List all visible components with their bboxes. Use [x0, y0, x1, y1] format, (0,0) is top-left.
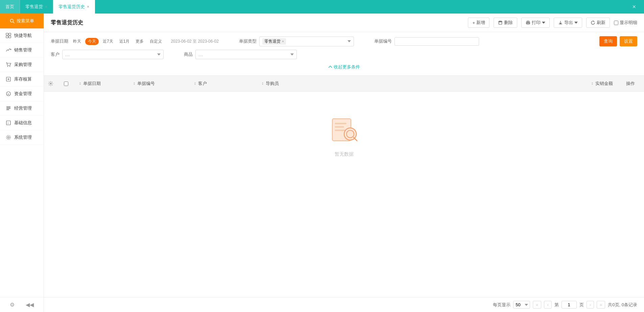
collapse-sidebar-icon[interactable]: ◀◀: [26, 302, 34, 308]
bill-no-input[interactable]: [395, 37, 479, 46]
pagination-prev[interactable]: ‹: [544, 301, 551, 309]
tab-retail-return-history[interactable]: 零售退货历史 ×: [53, 0, 95, 14]
page-title: 零售退货历史: [51, 19, 83, 26]
sidebar-item-basic-info[interactable]: i 基础信息: [0, 116, 44, 130]
export-button[interactable]: 导出: [554, 18, 582, 28]
purchase-mgmt-icon: [5, 62, 11, 68]
quick-nav-icon: [5, 32, 11, 39]
new-button[interactable]: + 新增: [468, 18, 490, 28]
sidebar-item-quick-nav[interactable]: 快捷导航: [0, 28, 44, 43]
settings-bottom-icon[interactable]: ⚙: [10, 302, 15, 308]
tab-retail-return-close[interactable]: ×: [45, 4, 47, 9]
empty-state: 暂无数据: [44, 92, 644, 178]
bill-type-filter-item: 单据类型 零售退货 ×: [239, 37, 354, 46]
query-button[interactable]: 查询: [599, 36, 617, 46]
svg-point-7: [7, 66, 8, 67]
filter-collapse-button[interactable]: 收起更多条件: [51, 63, 637, 71]
date-btn-custom[interactable]: 自定义: [148, 38, 164, 45]
print-dropdown-icon: [542, 22, 545, 24]
svg-rect-5: [9, 36, 11, 38]
total-info: 共0页, 0条记录: [608, 302, 637, 308]
goods-filter-item: 商品 ...: [184, 50, 297, 59]
th-settings[interactable]: [44, 79, 57, 88]
bill-type-tag-label: 零售退货: [264, 39, 281, 44]
pagination-last[interactable]: »: [597, 301, 605, 309]
operations-label: 经营管理: [14, 105, 32, 111]
sidebar-item-purchase-mgmt[interactable]: 采购管理: [0, 58, 44, 72]
th-guide[interactable]: 导购员: [257, 79, 308, 89]
th-amount-label: 实销金额: [595, 81, 613, 87]
date-btn-7days[interactable]: 近7天: [101, 38, 115, 45]
empty-icon: [327, 112, 361, 146]
customer-placeholder: ...: [65, 51, 70, 58]
tab-retail-return[interactable]: 零售退货 ×: [20, 0, 53, 14]
svg-point-8: [9, 66, 10, 67]
tab-retail-return-history-label: 零售退货历史: [58, 4, 85, 10]
bill-type-tag-close[interactable]: ×: [282, 39, 284, 43]
app-close-button[interactable]: ×: [629, 3, 639, 10]
select-all-checkbox[interactable]: [64, 82, 68, 86]
sidebar-item-inventory[interactable]: 库存核算: [0, 72, 44, 87]
date-btn-more[interactable]: 更多: [134, 38, 146, 45]
sidebar-item-sales-mgmt[interactable]: 销售管理: [0, 43, 44, 58]
th-checkbox[interactable]: [57, 80, 74, 88]
svg-text:i: i: [8, 121, 8, 125]
pagination-next[interactable]: ›: [587, 301, 594, 309]
show-detail-checkbox[interactable]: [614, 21, 618, 25]
operations-icon: [5, 105, 11, 111]
inventory-icon: [5, 76, 11, 82]
th-amount[interactable]: 实销金额: [308, 79, 617, 89]
th-bill-no[interactable]: 单据编号: [128, 79, 189, 89]
system-mgmt-icon: [5, 134, 11, 140]
show-detail-checkbox-label[interactable]: 显示明细: [614, 20, 637, 26]
new-icon: +: [472, 20, 475, 25]
inventory-label: 库存核算: [14, 76, 32, 82]
per-page-select[interactable]: 50 10 20 100: [513, 301, 530, 309]
tab-retail-return-history-close[interactable]: ×: [87, 4, 89, 9]
svg-rect-27: [335, 126, 344, 128]
empty-text: 暂无数据: [335, 151, 354, 157]
sales-mgmt-label: 销售管理: [14, 47, 32, 53]
th-date[interactable]: 单据日期: [74, 79, 128, 89]
bill-no-filter-item: 单据编号: [374, 37, 479, 46]
date-btn-today[interactable]: 今天: [85, 38, 99, 45]
tab-bar: 首页 零售退货 × 零售退货历史 ×: [0, 0, 629, 14]
page-number-input[interactable]: [562, 301, 577, 309]
main-layout: 搜索菜单 快捷导航 销售管理: [0, 14, 644, 312]
svg-rect-20: [499, 22, 502, 24]
svg-point-24: [50, 83, 51, 84]
th-date-label: 单据日期: [83, 81, 101, 87]
bill-type-tag: 零售退货 ×: [262, 38, 286, 45]
svg-rect-26: [335, 123, 347, 124]
goods-placeholder: ...: [198, 51, 203, 58]
search-menu-button[interactable]: 搜索菜单: [0, 14, 44, 28]
collapse-icon: [328, 66, 332, 68]
tab-home[interactable]: 首页: [0, 0, 20, 14]
finance-icon: ¥: [5, 91, 11, 97]
purchase-mgmt-label: 采购管理: [14, 62, 32, 68]
settings-button[interactable]: 设置: [620, 36, 637, 46]
toolbar: + 新增 删除 打印: [468, 18, 637, 28]
th-customer[interactable]: 客户: [189, 79, 257, 89]
th-operation: 操作: [617, 79, 644, 89]
pagination-first[interactable]: «: [533, 301, 541, 309]
settings-icon[interactable]: [48, 81, 53, 86]
sidebar-item-operations[interactable]: 经营管理: [0, 101, 44, 116]
filter-row-2: 客户 ... 商品 ...: [51, 50, 637, 59]
bill-type-select[interactable]: 零售退货 ×: [259, 37, 354, 46]
date-btn-1month[interactable]: 近1月: [117, 38, 132, 45]
date-range-display: 2023-06-02 至 2023-06-02: [171, 39, 218, 44]
basic-info-label: 基础信息: [14, 120, 32, 126]
print-button[interactable]: 打印: [521, 18, 550, 28]
goods-select[interactable]: ...: [195, 50, 297, 59]
print-label: 打印: [532, 20, 541, 26]
delete-label: 删除: [504, 20, 513, 26]
refresh-button[interactable]: 刷新: [586, 18, 610, 28]
sidebar-item-finance[interactable]: ¥ 资金管理: [0, 87, 44, 101]
svg-rect-12: [6, 107, 10, 107]
refresh-label: 刷新: [597, 20, 605, 26]
customer-select[interactable]: ...: [62, 50, 164, 59]
delete-button[interactable]: 删除: [494, 18, 517, 28]
sidebar-item-system-mgmt[interactable]: 系统管理: [0, 130, 44, 145]
date-btn-yesterday[interactable]: 昨天: [71, 38, 83, 45]
